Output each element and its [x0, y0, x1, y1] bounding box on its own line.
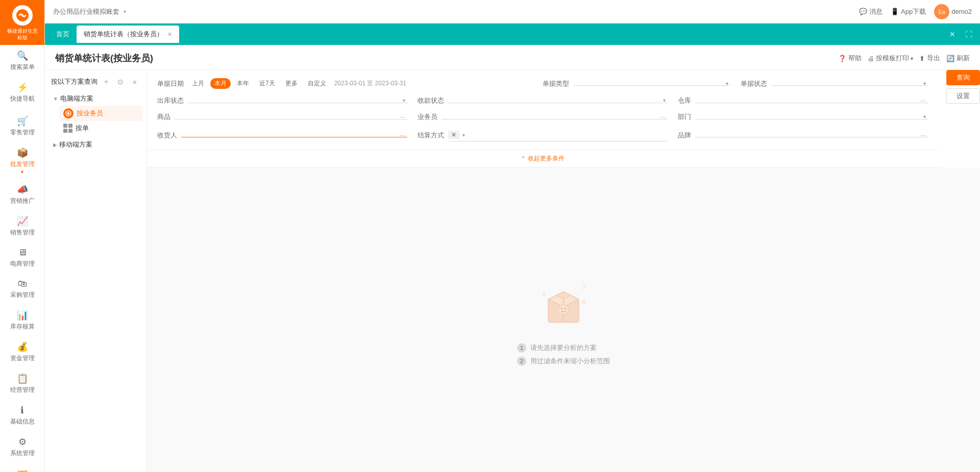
sidebar-item-basic[interactable]: ℹ 基础信息: [0, 399, 44, 431]
add-scheme-button[interactable]: ＋: [101, 76, 112, 87]
dots-icon[interactable]: ···: [920, 131, 926, 139]
collapse-bar[interactable]: ⌃ 收起更多条件: [147, 150, 938, 168]
collapse-panel-button[interactable]: «: [129, 76, 140, 87]
content-area: 销货单统计表(按业务员) ❓ 帮助 🖨 按模板打印 ▾ ⬆ 导出 🔄 刷新: [45, 45, 980, 472]
date-tab-more[interactable]: 更多: [281, 78, 302, 89]
dropdown-arrow-icon: ▾: [663, 98, 666, 103]
app-download-button[interactable]: 📱 App下载: [891, 7, 926, 16]
breadcrumb-dropdown-icon[interactable]: ▾: [124, 9, 126, 14]
help-button[interactable]: ❓ 帮助: [838, 54, 862, 63]
doc-scheme-label: 按单: [76, 124, 89, 133]
payment-status-label: 收款状态: [418, 96, 444, 105]
date-tab-custom[interactable]: 自定义: [304, 78, 330, 89]
basic-icon: ℹ: [20, 405, 24, 416]
tip-number-2: 2: [517, 357, 526, 366]
export-icon: ⬆: [919, 55, 925, 62]
tree-item-doc[interactable]: 按单: [59, 121, 142, 135]
export-label: 导出: [927, 54, 940, 63]
panel-title: 按以下方案查询: [51, 77, 97, 86]
sidebar-item-label: 零售管理: [10, 128, 35, 137]
filter-goods: 商品 ···: [157, 112, 407, 122]
dots-icon[interactable]: ···: [660, 113, 666, 121]
sidebar-item-purchase[interactable]: 🛍 采购管理: [0, 273, 44, 304]
report-tab-label: 销货单统计表（按业务员）: [84, 30, 163, 39]
goods-control[interactable]: ···: [175, 115, 407, 120]
date-label: 单据日期: [157, 79, 184, 88]
filter-date: 单据日期 上月 本月 本年 近7天 更多 自定义 2023-03-01 至 20…: [157, 78, 532, 89]
filter-main-row: 单据日期 上月 本月 本年 近7天 更多 自定义 2023-03-01 至 20…: [147, 70, 980, 168]
settings-button[interactable]: 设置: [946, 88, 980, 104]
date-tab-last-month[interactable]: 上月: [188, 78, 208, 89]
sidebar-item-ecommerce[interactable]: 🖥 电商管理: [0, 242, 44, 273]
sidebar-item-finance[interactable]: 💰 资金管理: [0, 336, 44, 368]
tab-home[interactable]: 首页: [49, 26, 77, 43]
print-button[interactable]: 🖨 按模板打印 ▾: [868, 54, 913, 63]
sidebar-item-wholesale[interactable]: 📦 批发管理 ▲: [0, 142, 44, 179]
date-tab-this-month[interactable]: 本月: [210, 78, 231, 89]
sidebar-item-label: 系统管理: [10, 449, 35, 458]
message-button[interactable]: 💬 消息: [859, 7, 883, 16]
dots-icon[interactable]: ···: [400, 113, 405, 121]
brand-control[interactable]: ···: [695, 133, 928, 137]
doc-status-control[interactable]: ▾: [771, 81, 928, 86]
doc-type-control[interactable]: ▾: [573, 81, 730, 86]
user-profile[interactable]: Ea demo2: [934, 4, 972, 19]
stock-status-control[interactable]: ▾: [188, 99, 407, 103]
tab-close-all-button[interactable]: ✕: [945, 27, 960, 41]
payment-status-control[interactable]: ▾: [448, 99, 668, 103]
query-button[interactable]: 查询: [946, 70, 980, 85]
department-control[interactable]: ▾: [695, 115, 928, 120]
dropdown-arrow-icon: ▾: [462, 132, 465, 138]
warehouse-control[interactable]: ···: [695, 99, 928, 103]
sidebar-item-system[interactable]: ⚙ 系统管理: [0, 431, 44, 463]
sidebar-item-quick-nav[interactable]: ⚡ 快捷导航: [0, 77, 44, 108]
sidebar-item-operations[interactable]: 📋 经营管理: [0, 368, 44, 399]
refresh-icon: 🔄: [946, 55, 954, 62]
tab-report[interactable]: 销货单统计表（按业务员） ✕: [77, 26, 179, 43]
dots-icon[interactable]: ···: [400, 131, 405, 139]
filter-area: 单据日期 上月 本月 本年 近7天 更多 自定义 2023-03-01 至 20…: [147, 70, 938, 150]
filter-payment-status: 收款状态 ▾: [418, 96, 668, 105]
sidebar-item-label: 基础信息: [10, 417, 35, 426]
app-logo: 畅捷通好生意 标版: [0, 0, 44, 45]
body-layout: 按以下方案查询 ＋ ⊙ « ▼ 电脑端方案: [45, 70, 980, 472]
receiver-label: 收货人: [157, 131, 177, 140]
sidebar-item-marketing[interactable]: 📣 营销推广: [0, 179, 44, 210]
mobile-section-label: 移动端方案: [59, 140, 92, 149]
filter-doc-type: 单据类型 ▾: [543, 79, 730, 88]
tag-x-close[interactable]: ✕: [451, 131, 456, 138]
topbar-left: 办公用品行业模拟账套 ▾: [53, 7, 126, 16]
wholesale-icon: 📦: [17, 147, 28, 158]
date-tab-7days[interactable]: 近7天: [255, 78, 279, 89]
sidebar-item-label: 采购管理: [10, 291, 35, 299]
filter-receiver: 收货人 ···: [157, 131, 407, 140]
refresh-button[interactable]: 🔄 刷新: [946, 54, 970, 63]
sidebar-item-inventory[interactable]: 📊 库存核算: [0, 304, 44, 336]
settlement-label: 结算方式: [418, 131, 444, 140]
tab-expand-button[interactable]: ⛶: [962, 27, 976, 41]
svg-point-1: [21, 14, 23, 16]
tree-item-salesman[interactable]: 按业务员: [59, 106, 142, 121]
tab-close-icon[interactable]: ✕: [167, 31, 172, 38]
tree-expand-icon: ▼: [53, 96, 58, 102]
export-button[interactable]: ⬆ 导出: [919, 54, 940, 63]
tree-mobile-section[interactable]: ▶ 移动端方案: [49, 137, 142, 152]
filter-row-4: 收货人 ··· 结算方式 ✕: [157, 129, 928, 141]
message-label: 消息: [869, 7, 883, 16]
sidebar-item-retail[interactable]: 🛒 零售管理: [0, 110, 44, 142]
settlement-control[interactable]: ✕ ▾: [448, 129, 668, 141]
filter-row-2: 出库状态 ▾ 收款状态 ▾: [157, 96, 928, 105]
sidebar-item-enterprise[interactable]: 🤝 企业协同: [0, 463, 44, 472]
salesman-control[interactable]: ···: [442, 115, 668, 120]
date-tab-this-year[interactable]: 本年: [233, 78, 253, 89]
receiver-control[interactable]: ···: [181, 133, 407, 137]
help-icon: ❓: [838, 55, 846, 62]
purchase-icon: 🛍: [18, 278, 27, 289]
tree-desktop-section[interactable]: ▼ 电脑端方案: [49, 91, 142, 106]
sidebar-item-search[interactable]: 🔍 搜索菜单: [0, 45, 44, 77]
app-download-label: App下载: [901, 7, 926, 16]
empty-illustration: [533, 274, 594, 335]
sidebar-item-sales[interactable]: 📈 销售管理: [0, 210, 44, 242]
edit-scheme-button[interactable]: ⊙: [115, 76, 126, 87]
dots-icon[interactable]: ···: [920, 97, 926, 104]
